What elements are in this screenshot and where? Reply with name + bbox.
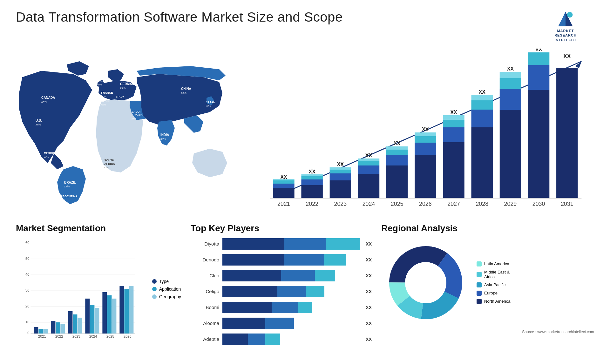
svg-text:AFRICA: AFRICA [104, 162, 115, 165]
svg-rect-134 [119, 286, 124, 334]
player-bar [222, 318, 294, 329]
svg-point-2 [567, 12, 573, 18]
svg-rect-52 [358, 174, 379, 198]
svg-text:GERMANY: GERMANY [120, 82, 136, 86]
bar-seg1 [222, 286, 277, 297]
player-name: Alooma [191, 320, 219, 326]
svg-text:2030: 2030 [532, 201, 545, 207]
svg-text:xx%: xx% [44, 156, 49, 158]
player-bar-container [222, 318, 360, 329]
svg-rect-78 [500, 89, 521, 110]
bar-seg2 [277, 286, 306, 297]
svg-text:xx%: xx% [181, 91, 186, 94]
legend-geo: Geography [152, 294, 181, 299]
bar-seg3 [324, 254, 346, 266]
svg-text:20: 20 [25, 304, 29, 308]
svg-text:FRANCE: FRANCE [101, 91, 113, 94]
svg-marker-1 [559, 12, 566, 26]
svg-text:2021: 2021 [277, 201, 290, 207]
svg-rect-57 [386, 165, 408, 198]
svg-rect-120 [60, 324, 65, 334]
bar-seg2 [281, 270, 315, 281]
player-name: Diyotta [191, 241, 219, 246]
player-bar [222, 254, 346, 266]
world-map: CANADA xx% U.S. xx% MEXICO xx% BRAZIL xx… [16, 49, 238, 214]
svg-text:xx%: xx% [64, 185, 70, 188]
player-name: Cleo [191, 273, 219, 278]
svg-rect-44 [301, 176, 322, 179]
svg-text:10: 10 [25, 320, 29, 324]
player-bar [222, 238, 360, 250]
segmentation-bars: 60 50 40 30 20 10 0 [16, 238, 146, 340]
page: Data Transformation Software Market Size… [0, 0, 610, 364]
player-bar-container [222, 286, 360, 297]
svg-text:XX: XX [309, 169, 316, 174]
svg-rect-70 [443, 115, 464, 120]
svg-rect-132 [112, 299, 116, 334]
svg-rect-50 [330, 167, 351, 170]
svg-rect-68 [443, 127, 464, 142]
legend-label-eu: Europe [484, 291, 498, 295]
donut-chart [381, 238, 470, 327]
player-name: Adeptia [191, 336, 219, 342]
svg-rect-116 [43, 329, 48, 334]
bottom-section: Market Segmentation 60 50 40 30 20 10 0 [16, 223, 594, 357]
bar-seg2 [284, 238, 326, 250]
svg-text:xx%: xx% [101, 95, 106, 98]
bar-seg3 [326, 238, 360, 250]
svg-text:2028: 2028 [476, 201, 488, 207]
bar-seg2 [272, 302, 298, 313]
svg-text:XX: XX [535, 49, 542, 52]
svg-text:U.K.: U.K. [97, 79, 103, 83]
bar-seg3 [306, 286, 324, 297]
svg-rect-80 [500, 72, 521, 78]
key-players-area: Top Key Players Diyotta XX Denodo [181, 223, 372, 357]
svg-text:xx%: xx% [160, 137, 166, 140]
svg-text:SPAIN: SPAIN [101, 99, 110, 103]
svg-text:xx%: xx% [97, 83, 102, 86]
svg-rect-55 [358, 158, 379, 161]
header: Data Transformation Software Market Size… [16, 10, 594, 42]
legend-middle-east: Middle East &Africa [477, 270, 510, 279]
svg-text:SAUDI: SAUDI [132, 110, 140, 113]
player-xx: XX [366, 318, 372, 329]
legend-color-eu [477, 291, 482, 296]
player-bar-container [222, 238, 360, 250]
svg-text:INDIA: INDIA [160, 133, 169, 137]
svg-rect-53 [358, 165, 379, 174]
bar-seg3 [265, 334, 280, 345]
svg-text:U.S.: U.S. [36, 119, 42, 122]
svg-rect-84 [528, 52, 549, 65]
players-list: Diyotta XX Denodo [191, 238, 372, 349]
svg-text:2026: 2026 [419, 201, 432, 207]
svg-rect-42 [301, 185, 322, 198]
bar-seg1 [222, 302, 272, 313]
legend-color-na [477, 299, 482, 304]
svg-rect-67 [443, 142, 464, 198]
svg-rect-118 [51, 321, 55, 334]
player-xx: XX [366, 254, 372, 266]
svg-text:2024: 2024 [89, 334, 97, 338]
bar-seg2 [265, 318, 294, 329]
list-item: Boomi XX [191, 302, 372, 313]
legend-north-america: North America [477, 299, 510, 304]
svg-rect-72 [471, 127, 493, 198]
player-xx: XX [366, 302, 372, 313]
legend-label-ap: Asia Pacific [484, 282, 505, 287]
svg-text:xx%: xx% [132, 117, 136, 120]
svg-text:2031: 2031 [561, 201, 573, 207]
svg-rect-63 [415, 143, 436, 155]
svg-rect-126 [85, 299, 90, 334]
svg-text:2021: 2021 [38, 334, 46, 338]
svg-rect-135 [124, 289, 129, 334]
legend-latin-america: Latin America [477, 261, 510, 266]
bar-seg3 [315, 270, 335, 281]
bar-seg2 [248, 334, 265, 345]
legend-app: Application [152, 286, 181, 292]
svg-text:2025: 2025 [106, 334, 114, 338]
player-name: Celigo [191, 289, 219, 294]
svg-text:2027: 2027 [447, 201, 460, 207]
bar-seg1 [222, 238, 284, 250]
svg-text:SOUTH: SOUTH [104, 159, 114, 162]
svg-text:XX: XX [422, 127, 429, 132]
